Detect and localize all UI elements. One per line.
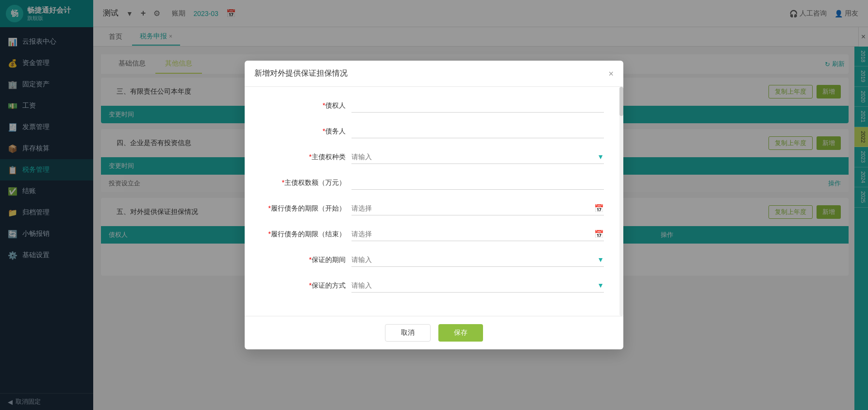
label-period-start: *履行债务的期限（开始） [264, 204, 351, 213]
dialog-scroll-thumb [619, 87, 623, 116]
field-guarantee-method: *保证的方式 ▼ [264, 279, 604, 293]
save-button[interactable]: 保存 [438, 324, 483, 342]
dialog-overlay: 新增对外提供保证担保情况 × *债权人 *债务人 [0, 0, 868, 410]
label-guarantee-method: *保证的方式 [264, 281, 351, 290]
label-debt-type: *主债权种类 [264, 153, 351, 162]
select-debt-type-input[interactable] [351, 150, 604, 164]
cancel-button[interactable]: 取消 [385, 324, 431, 342]
select-guarantee-method-input[interactable] [351, 279, 604, 292]
label-debt-amount: *主债权数额（万元） [264, 179, 351, 187]
field-debt-type: *主债权种类 ▼ [264, 150, 604, 164]
dialog-footer: 取消 保存 [245, 316, 623, 349]
input-creditor[interactable] [351, 98, 604, 113]
label-guarantee-period: *保证的期间 [264, 256, 351, 264]
field-creditor: *债权人 [264, 98, 604, 113]
date-period-start-input[interactable] [351, 201, 604, 215]
dialog-title: 新增对外提供保证担保情况 [254, 68, 348, 79]
select-guarantee-period[interactable]: ▼ [351, 253, 604, 267]
label-debtor: *债务人 [264, 127, 351, 136]
field-period-start: *履行债务的期限（开始） 📅 [264, 201, 604, 215]
dialog-scrollbar[interactable] [619, 87, 623, 316]
dialog-close-button[interactable]: × [608, 69, 614, 78]
field-guarantee-period: *保证的期间 ▼ [264, 253, 604, 267]
field-debt-amount: *主债权数额（万元） [264, 176, 604, 190]
select-debt-type[interactable]: ▼ [351, 150, 604, 164]
input-debt-amount[interactable] [351, 176, 604, 190]
field-debtor: *债务人 [264, 124, 604, 138]
dialog-body: *债权人 *债务人 *主债权种类 ▼ [245, 87, 623, 316]
date-period-end[interactable]: 📅 [351, 227, 604, 241]
select-guarantee-period-input[interactable] [351, 253, 604, 266]
date-period-start[interactable]: 📅 [351, 201, 604, 215]
label-period-end: *履行债务的期限（结束） [264, 230, 351, 239]
date-period-end-input[interactable] [351, 227, 604, 241]
field-period-end: *履行债务的期限（结束） 📅 [264, 227, 604, 241]
dialog: 新增对外提供保证担保情况 × *债权人 *债务人 [245, 61, 623, 349]
dialog-header: 新增对外提供保证担保情况 × [245, 61, 623, 87]
select-guarantee-method[interactable]: ▼ [351, 279, 604, 293]
label-creditor: *债权人 [264, 101, 351, 110]
input-debtor[interactable] [351, 124, 604, 138]
